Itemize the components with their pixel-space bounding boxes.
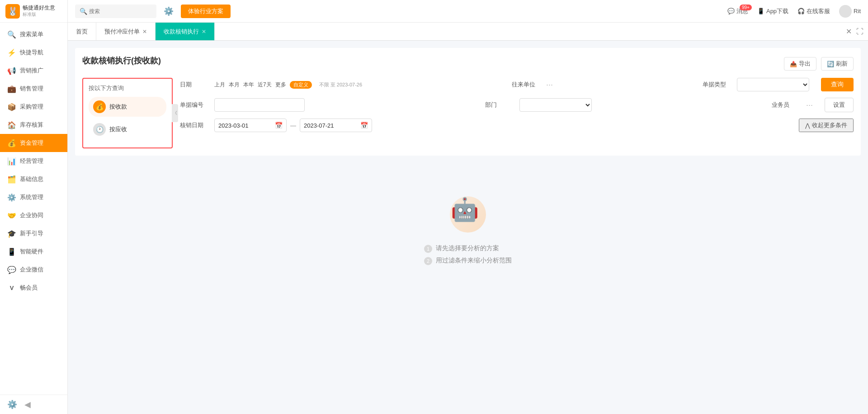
topbar-user[interactable]: Rit: [839, 5, 861, 18]
sidebar-item-collab[interactable]: 🤝 企业协同: [0, 206, 67, 224]
receipt-option-icon: 💰: [93, 100, 106, 113]
filter-layout: 按以下方查询 💰 按收款 🕐 按应收 《 日期: [82, 78, 854, 148]
date-custom-badge[interactable]: 自定义: [290, 81, 312, 89]
filter-option-by-receipt[interactable]: 💰 按收款: [89, 97, 166, 117]
collapse-sidebar-icon[interactable]: ◀: [24, 400, 31, 409]
sidebar-item-member[interactable]: V 畅会员: [0, 279, 67, 297]
export-label: 导出: [799, 60, 811, 68]
filter-row-2: 单据编号 部门 业务员 ··· 设置: [180, 98, 854, 112]
sidebar-item-finance[interactable]: 💰 资金管理: [0, 134, 67, 152]
verify-date-start-wrap[interactable]: 📅: [214, 119, 287, 132]
filter-row-3: 核销日期 📅 — 📅: [180, 119, 854, 132]
logo-icon: 🐰: [5, 4, 20, 19]
system-icon: ⚙️: [7, 193, 16, 202]
voucher-type-select[interactable]: [737, 78, 809, 91]
sidebar-item-label: 快捷导航: [20, 48, 43, 57]
search-icon: 🔍: [80, 8, 87, 15]
voucher-no-input[interactable]: [214, 98, 305, 112]
sidebar-item-label: 新手引导: [20, 229, 43, 238]
topbar-service[interactable]: 🎧 在线客服: [797, 7, 830, 15]
purchase-icon: 📦: [7, 102, 16, 111]
solution-button[interactable]: 体验行业方案: [181, 5, 231, 18]
empty-tip-2: 2 用过滤条件来缩小分析范围: [424, 257, 512, 265]
verify-date-end-input[interactable]: [304, 122, 359, 129]
sales-icon: 💼: [7, 84, 16, 93]
sidebar-item-search[interactable]: 🔍 搜索菜单: [0, 25, 67, 43]
sidebar-item-marketing[interactable]: 📢 营销推广: [0, 62, 67, 80]
filter-panel-collapse-btn[interactable]: 《: [172, 104, 178, 122]
topbar-right: 💬 消息 99+ 📱 App下载 🎧 在线客服 Rit: [727, 5, 861, 18]
message-badge: 99+: [740, 5, 752, 10]
sidebar-item-sales[interactable]: 💼 销售管理: [0, 80, 67, 98]
tab-receipt-close-icon[interactable]: ✕: [202, 29, 206, 35]
dept-select[interactable]: [519, 98, 592, 112]
tab-close-button[interactable]: ✕: [846, 27, 852, 36]
sidebar-item-wechat[interactable]: 💬 企业微信: [0, 261, 67, 279]
tabbar: 首页 预付冲应付单 ✕ 收款核销执行 ✕ ✕ ⛶: [68, 23, 868, 41]
title-bar: 收款核销执行(按收款) 📤 导出 🔄 刷新: [82, 55, 854, 72]
main-area: 🔍 ⚙️ 体验行业方案 💬 消息 99+ 📱 App下载 🎧 在线客服 Rit: [68, 0, 868, 414]
page-title: 收款核销执行(按收款): [82, 55, 161, 66]
sidebar-item-label: 企业微信: [20, 266, 43, 274]
sidebar-item-label: 资金管理: [20, 139, 43, 147]
empty-robot-icon: 🤖: [451, 196, 479, 223]
sidebar-item-purchase[interactable]: 📦 采购管理: [0, 98, 67, 116]
sidebar-item-hardware[interactable]: 📱 智能硬件: [0, 243, 67, 261]
logo-area: 🐰 畅捷通好生意 标准版: [0, 0, 67, 23]
topbar-search-box[interactable]: 🔍: [75, 5, 156, 18]
calendar-icon-end[interactable]: 📅: [360, 122, 368, 129]
sidebar-item-quicknav[interactable]: ⚡ 快捷导航: [0, 43, 67, 62]
filter-option-receivable-label: 按应收: [109, 125, 127, 133]
dept-label: 部门: [485, 101, 512, 109]
topbar-message[interactable]: 💬 消息 99+: [727, 7, 748, 15]
calendar-icon-start[interactable]: 📅: [275, 122, 283, 129]
collapse-more-button[interactable]: ⋀ 收起更多条件: [799, 119, 854, 132]
topbar-search-input[interactable]: [89, 8, 152, 14]
date-link-this-month[interactable]: 本月: [229, 81, 240, 89]
tab-prepay-label: 预付冲应付单: [104, 28, 140, 36]
tip-num-1: 1: [424, 245, 432, 253]
page-content: 收款核销执行(按收款) 📤 导出 🔄 刷新 按以下方查询: [68, 41, 868, 414]
sidebar-item-system[interactable]: ⚙️ 系统管理: [0, 188, 67, 206]
sidebar-item-label: 采购管理: [20, 103, 43, 111]
verify-date-end-wrap[interactable]: 📅: [300, 119, 372, 132]
basic-icon: 🗂️: [7, 175, 16, 184]
export-button[interactable]: 📤 导出: [784, 57, 816, 71]
date-link-more[interactable]: 更多: [275, 81, 286, 89]
date-link-last-month[interactable]: 上月: [214, 81, 225, 89]
tab-home[interactable]: 首页: [68, 23, 96, 40]
tab-receipt-label: 收款核销执行: [164, 28, 199, 36]
voucher-no-label: 单据编号: [180, 101, 207, 109]
filter-left-title: 按以下方查询: [89, 84, 166, 92]
member-icon: V: [7, 283, 16, 292]
wechat-icon: 💬: [7, 265, 16, 274]
tab-prepay-close-icon[interactable]: ✕: [142, 29, 147, 35]
settings-icon[interactable]: ⚙️: [7, 400, 17, 409]
sidebar-item-label: 基础信息: [20, 175, 43, 183]
staff-dots-icon[interactable]: ···: [806, 100, 813, 110]
sidebar-nav: 🔍 搜索菜单 ⚡ 快捷导航 📢 营销推广 💼 销售管理 📦 采购管理 🏠 库存核…: [0, 23, 67, 395]
tab-receipt[interactable]: 收款核销执行 ✕: [156, 23, 215, 40]
verify-date-start-input[interactable]: [218, 122, 273, 129]
tab-home-label: 首页: [76, 28, 88, 36]
unit-dots-icon[interactable]: ···: [546, 80, 553, 90]
query-button[interactable]: 查询: [821, 78, 854, 91]
settings-button[interactable]: 设置: [825, 98, 854, 112]
inventory-icon: 🏠: [7, 120, 16, 129]
filter-row-1: 日期 上月 本月 本年 近7天 更多 自定义: [180, 78, 854, 91]
tab-prepay[interactable]: 预付冲应付单 ✕: [96, 23, 156, 40]
sidebar-item-management[interactable]: 📊 经营管理: [0, 152, 67, 170]
date-link-7days[interactable]: 近7天: [258, 81, 272, 89]
filter-option-by-receivable[interactable]: 🕐 按应收: [89, 119, 166, 139]
sidebar-item-inventory[interactable]: 🏠 库存核算: [0, 116, 67, 134]
verify-date-range: 📅 — 📅: [214, 119, 372, 132]
topbar-gear-icon[interactable]: ⚙️: [164, 6, 174, 16]
topbar-app-download[interactable]: 📱 App下载: [757, 7, 788, 15]
sidebar-item-guide[interactable]: 🎓 新手引导: [0, 224, 67, 243]
logo-text-area: 畅捷通好生意 标准版: [23, 5, 55, 18]
marketing-icon: 📢: [7, 66, 16, 75]
tab-expand-button[interactable]: ⛶: [856, 28, 863, 36]
date-link-this-year[interactable]: 本年: [243, 81, 254, 89]
sidebar-item-basic[interactable]: 🗂️ 基础信息: [0, 170, 67, 188]
refresh-button[interactable]: 🔄 刷新: [821, 57, 854, 71]
